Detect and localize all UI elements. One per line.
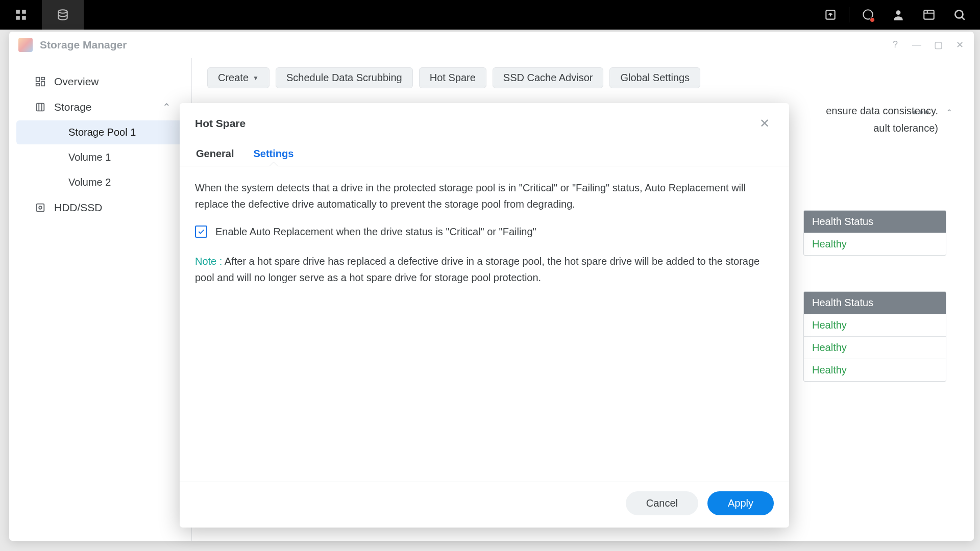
enable-auto-replacement-checkbox[interactable] [195, 226, 207, 238]
close-icon[interactable]: ✕ [954, 40, 965, 50]
svg-rect-1 [22, 10, 26, 14]
launcher-icon[interactable] [0, 0, 42, 30]
upload-tray-icon[interactable] [816, 0, 845, 30]
sidebar-item-volume2[interactable]: Volume 2 [16, 170, 184, 194]
sidebar-item-volume1[interactable]: Volume 1 [16, 145, 184, 169]
button-label: Create [218, 72, 249, 84]
notification-badge [870, 17, 875, 22]
help-icon[interactable]: ? [890, 40, 900, 50]
toolbar: Create▼ Schedule Data Scrubbing Hot Spar… [207, 67, 959, 88]
storage-manager-tasktab[interactable] [42, 0, 84, 30]
app-icon [18, 38, 33, 52]
table-cell: Healthy [804, 336, 946, 359]
sidebar-item-label: Volume 1 [68, 152, 111, 163]
hot-spare-button[interactable]: Hot Spare [419, 67, 486, 88]
health-table-fragment: Health Status Healthy [803, 210, 946, 256]
search-icon[interactable] [945, 0, 974, 30]
widgets-icon[interactable] [915, 0, 943, 30]
window-title: Storage Manager [40, 39, 127, 51]
dashboard-icon [35, 76, 46, 87]
sidebar-item-label: HDD/SSD [54, 202, 103, 214]
dialog-header: Hot Spare ✕ [180, 103, 789, 138]
table-cell: Healthy [804, 233, 946, 255]
dialog-footer: Cancel Apply [180, 482, 789, 528]
create-button[interactable]: Create▼ [207, 67, 270, 88]
svg-rect-3 [22, 16, 26, 20]
svg-rect-14 [37, 204, 44, 212]
notifications-icon[interactable] [853, 0, 882, 30]
dialog-tabs: General Settings [180, 142, 789, 166]
note-text: After a hot spare drive has replaced a d… [195, 256, 760, 283]
table-header: Health Status [804, 211, 946, 233]
svg-rect-12 [36, 84, 39, 86]
caret-down-icon: ▼ [253, 74, 259, 82]
health-table-fragment: Health Status Healthy Healthy Healthy [803, 291, 946, 382]
note-label: Note : [195, 256, 225, 267]
hot-spare-dialog: Hot Spare ✕ General Settings When the sy… [180, 103, 789, 528]
checkbox-label: Enable Auto Replacement when the drive s… [215, 223, 536, 240]
svg-point-8 [955, 10, 963, 18]
sidebar-item-pool1[interactable]: Storage Pool 1 [16, 120, 184, 144]
sidebar-item-storage[interactable]: Storage ⌃ [16, 95, 184, 119]
cancel-button[interactable]: Cancel [626, 491, 698, 515]
svg-point-6 [896, 10, 901, 15]
schedule-scrubbing-button[interactable]: Schedule Data Scrubbing [276, 67, 413, 88]
dialog-description: When the system detects that a drive in … [195, 180, 774, 212]
svg-rect-9 [36, 78, 39, 82]
ssd-cache-advisor-button[interactable]: SSD Cache Advisor [493, 67, 604, 88]
apply-button[interactable]: Apply [707, 491, 774, 515]
tab-general[interactable]: General [195, 142, 235, 166]
table-header: Health Status [804, 292, 946, 314]
tab-settings[interactable]: Settings [252, 142, 295, 166]
sidebar-item-label: Overview [54, 76, 99, 88]
system-bar [0, 0, 980, 30]
table-cell: Healthy [804, 314, 946, 336]
check-icon [197, 228, 205, 236]
dialog-body: When the system detects that a drive in … [180, 166, 789, 482]
sidebar-item-label: Storage Pool 1 [68, 127, 136, 138]
svg-point-15 [39, 206, 42, 209]
storage-icon [35, 102, 46, 113]
dialog-title: Hot Spare [195, 117, 246, 130]
svg-rect-11 [41, 82, 44, 86]
svg-rect-13 [37, 104, 44, 111]
svg-point-4 [58, 10, 67, 13]
minimize-icon[interactable]: — [912, 40, 922, 50]
maximize-icon[interactable]: ▢ [933, 40, 943, 50]
global-settings-button[interactable]: Global Settings [609, 67, 700, 88]
dialog-close-icon[interactable]: ✕ [755, 114, 774, 133]
sidebar-item-overview[interactable]: Overview [16, 69, 184, 94]
sidebar: Overview Storage ⌃ Storage Pool 1 Volume… [9, 58, 192, 541]
table-cell: Healthy [804, 359, 946, 381]
disk-icon [35, 202, 46, 213]
window-titlebar: Storage Manager ? — ▢ ✕ [9, 32, 974, 58]
svg-rect-2 [16, 16, 20, 20]
user-icon[interactable] [884, 0, 913, 30]
sidebar-item-label: Storage [54, 101, 92, 113]
sidebar-item-label: Volume 2 [68, 177, 111, 188]
sidebar-item-hdd[interactable]: HDD/SSD [16, 195, 184, 220]
svg-rect-10 [41, 78, 44, 80]
svg-rect-0 [16, 10, 20, 14]
svg-rect-7 [924, 10, 934, 19]
chevron-up-icon: ⌃ [162, 101, 171, 113]
